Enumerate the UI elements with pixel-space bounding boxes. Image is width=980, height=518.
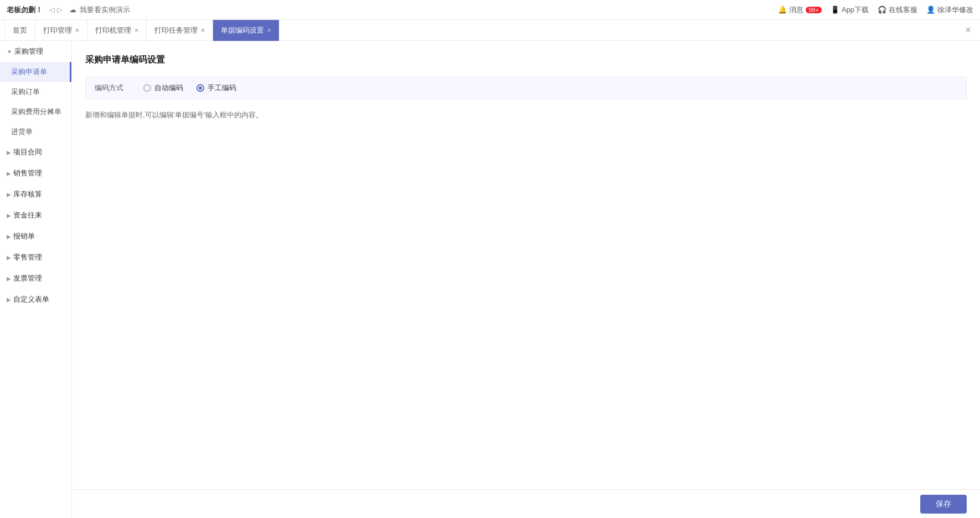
top-bar-left: 老板勿删！ ◁ ▷ ☁ 我要看实例演示 [7,5,130,15]
message-button[interactable]: 🔔 消息 99+ [778,5,822,15]
app-download-button[interactable]: 📱 App下载 [831,5,869,15]
sidebar-group-custom-header[interactable]: ▶ 自定义表单 [0,289,71,310]
sidebar-item-incoming-label: 进货单 [11,127,33,136]
sidebar-group-custom-label: 自定义表单 [13,294,49,304]
sidebar-item-purchase-order[interactable]: 采购订单 [0,82,71,102]
sidebar-group-invoice-header[interactable]: ▶ 发票管理 [0,268,71,289]
forward-arrow-icon[interactable]: ▷ [57,6,63,14]
custom-collapse-arrow: ▶ [7,297,11,303]
manual-code-radio-circle [196,84,204,92]
sidebar-group-invoice: ▶ 发票管理 [0,268,71,289]
sidebar-item-purchase-request[interactable]: 采购申请单 [0,62,71,82]
tab-printer-management-label: 打印机管理 [95,25,131,35]
online-service-label: 在线客服 [889,5,917,15]
sidebar-group-custom: ▶ 自定义表单 [0,289,71,310]
close-all-tabs[interactable]: × [961,24,976,36]
brand-text: 老板勿删！ [7,5,43,15]
search-area[interactable]: ☁ 我要看实例演示 [69,5,130,15]
sidebar-group-inventory: ▶ 库存核算 [0,184,71,205]
page-title: 采购申请单编码设置 [85,54,967,66]
coding-method-row: 编码方式 自动编码 手工编码 [85,77,967,99]
sidebar-group-invoice-label: 发票管理 [13,273,42,283]
sidebar-group-sales-header[interactable]: ▶ 销售管理 [0,163,71,184]
headset-icon: 🎧 [878,6,886,14]
sidebar-group-retail-header[interactable]: ▶ 零售管理 [0,247,71,268]
tab-print-task-close[interactable]: × [201,27,205,34]
purchase-collapse-arrow: ▼ [7,49,12,55]
online-service-button[interactable]: 🎧 在线客服 [878,5,917,15]
sidebar-item-purchase-cost[interactable]: 采购费用分摊单 [0,102,71,122]
auto-code-label: 自动编码 [154,83,183,93]
inventory-collapse-arrow: ▶ [7,191,11,198]
message-label: 消息 [789,5,803,15]
tab-print-task-label: 打印任务管理 [154,25,198,35]
sidebar-group-fund-header[interactable]: ▶ 资金往来 [0,205,71,226]
sidebar-item-purchase-request-label: 采购申请单 [11,68,47,76]
tab-printer-management-close[interactable]: × [134,27,138,34]
sidebar-group-sales-label: 销售管理 [13,168,42,178]
tab-home[interactable]: 首页 [4,20,35,41]
expense-collapse-arrow: ▶ [7,234,11,240]
sidebar-group-inventory-label: 库存核算 [13,189,42,199]
tab-print-task[interactable]: 打印任务管理 × [147,20,213,41]
bell-icon: 🔔 [778,6,787,14]
sidebar: ▼ 采购管理 采购申请单 采购订单 采购费用分摊单 进货单 ▶ 项目合同 [0,41,72,518]
sidebar-group-retail: ▶ 零售管理 [0,247,71,268]
nav-arrows[interactable]: ◁ ▷ [49,6,63,14]
sidebar-group-contract-label: 项目合同 [13,147,42,157]
search-text: 我要看实例演示 [80,5,130,15]
tab-bar: 首页 打印管理 × 打印机管理 × 打印任务管理 × 单据编码设置 × × [0,20,980,41]
top-bar: 老板勿删！ ◁ ▷ ☁ 我要看实例演示 🔔 消息 99+ 📱 App下载 🎧 在… [0,0,980,20]
tab-print-management-close[interactable]: × [75,27,79,34]
sidebar-group-sales: ▶ 销售管理 [0,163,71,184]
cloud-icon: ☁ [69,6,76,14]
sidebar-group-contract: ▶ 项目合同 [0,142,71,163]
app-download-label: App下载 [842,5,869,15]
avatar-icon: 👤 [926,6,935,14]
tab-printer-management[interactable]: 打印机管理 × [87,20,147,41]
sidebar-group-expense-header[interactable]: ▶ 报销单 [0,226,71,247]
content-area: 采购申请单编码设置 编码方式 自动编码 手工编码 新增和编辑单据时,可以编辑'单… [72,41,980,518]
tab-print-management[interactable]: 打印管理 × [35,20,87,41]
sidebar-group-expense-label: 报销单 [13,231,35,241]
tab-voucher-code-close[interactable]: × [267,27,271,34]
username-label: 徐泽华修改 [937,5,973,15]
sidebar-item-purchase-cost-label: 采购费用分摊单 [11,107,61,116]
hint-text: 新增和编辑单据时,可以编辑'单据编号'输入框中的内容。 [85,110,967,120]
content-footer: 保存 [72,489,980,518]
sidebar-group-retail-label: 零售管理 [13,252,42,262]
sidebar-item-purchase-order-label: 采购订单 [11,87,40,96]
tab-home-label: 首页 [13,25,27,35]
sidebar-group-fund: ▶ 资金往来 [0,205,71,226]
phone-icon: 📱 [831,6,839,14]
sidebar-group-purchase-label: 采购管理 [14,46,43,56]
invoice-collapse-arrow: ▶ [7,276,11,282]
save-button[interactable]: 保存 [920,495,967,514]
contract-collapse-arrow: ▶ [7,149,11,156]
fund-collapse-arrow: ▶ [7,213,11,219]
auto-code-radio[interactable]: 自动编码 [143,83,183,93]
sales-collapse-arrow: ▶ [7,170,11,177]
message-badge: 99+ [806,7,822,13]
coding-method-label: 编码方式 [95,83,123,93]
top-bar-right: 🔔 消息 99+ 📱 App下载 🎧 在线客服 👤 徐泽华修改 [778,5,973,15]
sidebar-group-expense: ▶ 报销单 [0,226,71,247]
sidebar-group-fund-label: 资金往来 [13,210,42,220]
sidebar-group-inventory-header[interactable]: ▶ 库存核算 [0,184,71,205]
main-layout: ▼ 采购管理 采购申请单 采购订单 采购费用分摊单 进货单 ▶ 项目合同 [0,41,980,518]
back-arrow-icon[interactable]: ◁ [49,6,55,14]
manual-code-radio[interactable]: 手工编码 [196,83,236,93]
auto-code-radio-circle [143,84,151,92]
sidebar-item-incoming[interactable]: 进货单 [0,122,71,142]
tab-voucher-code-label: 单据编码设置 [221,25,264,35]
sidebar-group-purchase-header[interactable]: ▼ 采购管理 [0,41,71,62]
content-inner: 采购申请单编码设置 编码方式 自动编码 手工编码 新增和编辑单据时,可以编辑'单… [72,41,980,489]
tab-print-management-label: 打印管理 [43,25,72,35]
manual-code-label: 手工编码 [208,83,236,93]
retail-collapse-arrow: ▶ [7,255,11,261]
sidebar-group-purchase: ▼ 采购管理 采购申请单 采购订单 采购费用分摊单 进货单 [0,41,71,142]
sidebar-group-contract-header[interactable]: ▶ 项目合同 [0,142,71,163]
tab-voucher-code[interactable]: 单据编码设置 × [213,20,279,41]
user-menu[interactable]: 👤 徐泽华修改 [926,5,973,15]
